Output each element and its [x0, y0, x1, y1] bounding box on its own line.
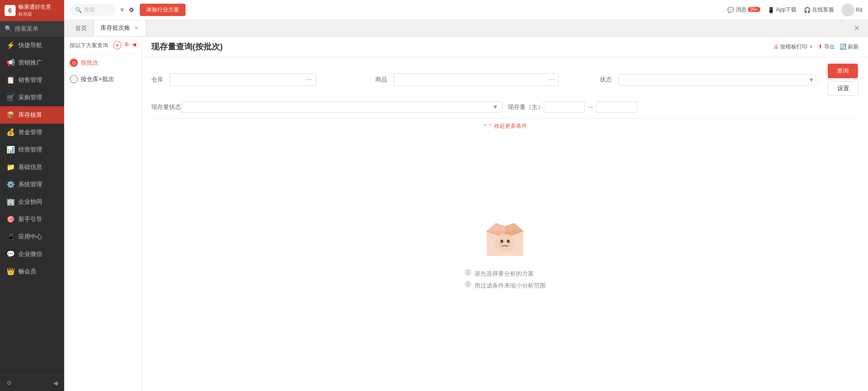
- experience-btn[interactable]: 体验行业方案: [140, 4, 186, 16]
- sidebar-item-label: 应用中心: [18, 233, 42, 241]
- filter-item-by-warehouse-batch[interactable]: ○ 按仓库+批次: [64, 71, 142, 87]
- sidebar-search-label: 搜索菜单: [15, 25, 38, 33]
- user-avatar: [841, 4, 854, 16]
- tip2-text: 用过滤条件来缩小分析范围: [474, 280, 546, 292]
- export-action[interactable]: ⬆ 导出: [818, 43, 835, 51]
- wechat-icon: 💬: [6, 250, 15, 258]
- print-dropdown-icon[interactable]: ▼: [809, 44, 813, 49]
- online-support-label: 在线客服: [812, 6, 834, 14]
- tip1-text: 请先选择要分析的方案: [474, 268, 534, 280]
- sidebar-item-label: 经营管理: [18, 146, 42, 154]
- filter-panel: 按以下方案查询 + ⚙ ◀ ⊙ 按批次 ○ 按仓库+批次: [64, 37, 142, 391]
- export-icon: ⬆: [818, 43, 823, 50]
- messages-action[interactable]: 💬 消息 99+: [727, 6, 760, 14]
- status-field: 状态 ▼: [600, 74, 819, 86]
- tab-close-icon[interactable]: ✕: [133, 25, 139, 31]
- app-download-action[interactable]: 📱 App下载: [768, 6, 797, 14]
- sidebar-item-quicknav[interactable]: ⚡ 快捷导航: [0, 37, 64, 54]
- stock-status-select[interactable]: ▼: [181, 101, 502, 113]
- warehouse-label: 仓库: [151, 76, 170, 84]
- stock-qty-min-input[interactable]: [544, 101, 585, 113]
- product-dots[interactable]: ···: [549, 76, 555, 84]
- sidebar-item-system[interactable]: ⚙️ 系统管理: [0, 176, 64, 193]
- stock-qty-range: —: [544, 101, 637, 113]
- topbar: 🔍 搜索 ▼ ⚙ 体验行业方案 💬 消息 99+ 📱 App下载 🎧 在线客服 …: [64, 0, 868, 20]
- refresh-label: 刷新: [848, 43, 859, 51]
- search-row-2: 现存量状态 ▼ 现存量（主） —: [151, 101, 859, 113]
- system-icon: ⚙️: [6, 180, 15, 189]
- user-profile[interactable]: Rit: [841, 4, 863, 16]
- panel-close-button[interactable]: ✕: [850, 24, 863, 33]
- sidebar-item-enterprise[interactable]: 🏢 企业协同: [0, 193, 64, 211]
- app-title: 畅康通好生意: [18, 4, 51, 11]
- sidebar-item-member[interactable]: 👑 畅会员: [0, 263, 64, 280]
- sidebar-item-marketing[interactable]: 📢 营销推广: [0, 54, 64, 71]
- collapse-up-icon: ⌃⌃: [483, 123, 492, 130]
- filter-item-by-batch[interactable]: ⊙ 按批次: [64, 54, 142, 71]
- sidebar-settings-icon[interactable]: ⚙: [6, 380, 12, 386]
- sidebar-item-sales[interactable]: 📋 销售管理: [0, 71, 64, 89]
- stock-status-label: 现存量状态: [151, 103, 181, 111]
- qty-dash: —: [588, 103, 593, 110]
- finance-icon: 💰: [6, 128, 15, 136]
- warehouse-field: 仓库 ···: [151, 73, 370, 86]
- collapse-bar[interactable]: ⌃⌃ 收起更多条件: [151, 118, 859, 134]
- product-label: 商品: [375, 76, 394, 84]
- filter-collapse-icon[interactable]: ◀: [132, 41, 136, 49]
- filter-header-actions: + ⚙ ◀: [113, 41, 136, 49]
- tabbar: 首页 库存批次账 ✕ ✕: [64, 20, 868, 37]
- empty-tip-2: 2 用过滤条件来缩小分析范围: [464, 280, 546, 292]
- sidebar-item-operations[interactable]: 📊 经营管理: [0, 141, 64, 158]
- sidebar-item-wechat[interactable]: 💬 企业微信: [0, 245, 64, 263]
- sidebar-search[interactable]: 🔍 搜索菜单: [0, 21, 64, 37]
- stock-qty-max-input[interactable]: [596, 101, 637, 113]
- sidebar-item-label: 营销推广: [18, 59, 42, 67]
- member-icon: 👑: [6, 267, 15, 276]
- print-action[interactable]: 🖨 按模板打印 ▼: [773, 43, 813, 51]
- status-chevron-icon: ▼: [808, 76, 814, 83]
- empty-state: 1 请先选择要分析的方案 2 用过滤条件来缩小分析范围: [142, 134, 868, 391]
- refresh-action[interactable]: 🔄 刷新: [840, 43, 859, 51]
- tab-batch-account-label: 库存批次账: [100, 24, 130, 32]
- filter-title: 按以下方案查询: [70, 42, 108, 49]
- topbar-dropdown-icon[interactable]: ▼: [119, 6, 125, 13]
- svg-point-1: [495, 234, 515, 252]
- topbar-search-box[interactable]: 🔍 搜索: [70, 4, 115, 16]
- sidebar-item-finance[interactable]: 💰 资金管理: [0, 124, 64, 141]
- product-field: 商品 ···: [375, 73, 594, 86]
- username-label: Rit: [856, 7, 863, 13]
- sidebar-item-apps[interactable]: 📱 应用中心: [0, 228, 64, 245]
- newbie-icon: 🎯: [6, 215, 15, 223]
- headset-icon: 🎧: [804, 7, 811, 13]
- sidebar-item-basic[interactable]: 📁 基础信息: [0, 158, 64, 176]
- online-support-action[interactable]: 🎧 在线客服: [804, 6, 834, 14]
- basic-icon: 📁: [6, 163, 15, 171]
- product-input[interactable]: ···: [394, 73, 559, 86]
- status-select[interactable]: ▼: [618, 74, 819, 86]
- stock-qty-field: 现存量（主） —: [508, 101, 859, 113]
- query-button[interactable]: 查询: [828, 64, 858, 78]
- warehouse-dots[interactable]: ···: [306, 76, 312, 84]
- sidebar-item-inventory[interactable]: 📦 库存核算: [0, 106, 64, 124]
- tip1-num: 1: [464, 269, 472, 276]
- operations-icon: 📊: [6, 146, 15, 154]
- sidebar-item-newbie[interactable]: 🎯 新手引导: [0, 211, 64, 228]
- warehouse-input[interactable]: ···: [170, 73, 316, 86]
- topbar-actions: 💬 消息 99+ 📱 App下载 🎧 在线客服 Rit: [727, 4, 863, 16]
- tab-batch-account[interactable]: 库存批次账 ✕: [94, 20, 146, 36]
- empty-tip-1: 1 请先选择要分析的方案: [464, 268, 546, 280]
- sidebar-item-purchase[interactable]: 🛒 采购管理: [0, 89, 64, 106]
- app-subtitle: 标准版: [18, 11, 51, 17]
- filter-settings-icon[interactable]: ⚙: [124, 41, 129, 49]
- sidebar-collapse-icon[interactable]: ◀: [53, 380, 58, 386]
- search-icon: 🔍: [5, 25, 12, 32]
- svg-point-3: [507, 240, 510, 243]
- sidebar-item-label: 库存核算: [18, 111, 42, 119]
- sidebar: 6 畅康通好生意 标准版 🔍 搜索菜单 ⚡ 快捷导航 📢 营销推广 📋 销售管理…: [0, 0, 64, 391]
- settings-button[interactable]: 设置: [828, 81, 859, 96]
- sidebar-item-label: 采购管理: [18, 93, 42, 102]
- quicknav-icon: ⚡: [6, 41, 15, 49]
- tab-home[interactable]: 首页: [69, 20, 94, 36]
- topbar-settings-icon[interactable]: ⚙: [129, 6, 134, 13]
- filter-add-icon[interactable]: +: [113, 41, 121, 49]
